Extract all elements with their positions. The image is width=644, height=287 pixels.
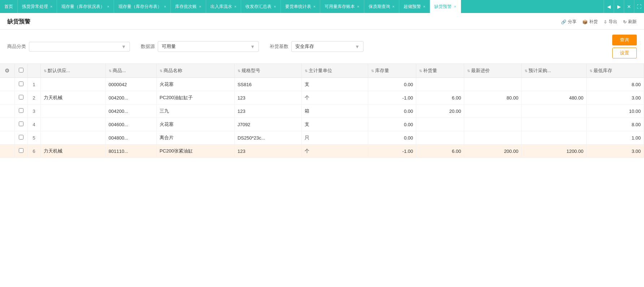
tab-close-可用量库存账本[interactable]: ×: [357, 4, 359, 9]
col-stock[interactable]: ⇅库存量: [368, 64, 416, 78]
table-row[interactable]: 10000042火花塞SS816支0.008.00: [0, 78, 644, 91]
tab-close-出入库流水[interactable]: ×: [234, 4, 236, 9]
datasource-filter-group: 数据源 可用量 ▼: [141, 41, 259, 52]
tab-超储预警[interactable]: 超储预警 ×: [399, 0, 430, 13]
tab-next-button[interactable]: ▶: [614, 0, 624, 13]
row-replenish-qty: 6.00: [416, 91, 464, 105]
tab-出入库流水[interactable]: 出入库流水 ×: [206, 0, 241, 13]
row-replenish-qty: 20.00: [416, 105, 464, 118]
datasource-select-value: 可用量: [162, 43, 176, 50]
tab-库存批次账[interactable]: 库存批次账 ×: [171, 0, 206, 13]
tab-close-all-button[interactable]: ✕: [624, 0, 634, 13]
tab-拣货异常处理[interactable]: 拣货异常处理 ×: [18, 0, 57, 13]
row-replenish-qty: [416, 131, 464, 145]
row-est-purchase: [521, 118, 586, 131]
table-row[interactable]: 5004800...离合片DS250*23c...只0.001.00: [0, 131, 644, 145]
table-row[interactable]: 6力天机械801110...PC200张紧油缸123个-1.006.00200.…: [0, 145, 644, 158]
row-min-stock: 1.00: [587, 131, 644, 145]
row-product-name: PC200油缸缸子: [157, 91, 235, 105]
row-latest-price: [464, 118, 522, 131]
tab-close-保质期查询[interactable]: ×: [392, 4, 395, 9]
category-select[interactable]: ▼: [29, 42, 130, 52]
row-stock: 0.00: [368, 118, 416, 131]
sort-icon-spec: ⇅: [238, 69, 240, 73]
datasource-select[interactable]: 可用量 ▼: [158, 41, 259, 52]
row-unit: 支: [301, 78, 368, 91]
export-button[interactable]: ⇩ 导出: [604, 19, 617, 25]
tab-缺货预警[interactable]: 缺货预警 ×: [430, 0, 461, 13]
tab-close-现存量库存分布表[interactable]: ×: [164, 4, 166, 9]
tab-close-缺货预警[interactable]: ×: [454, 4, 456, 9]
data-table: ⚙ ⇅默认供应... ⇅商品... ⇅商品名称: [0, 64, 644, 158]
replenish-button[interactable]: 📦 补货: [582, 19, 598, 25]
tab-现存量库存分布表[interactable]: 现存量（库存分布表） ×: [114, 0, 171, 13]
row-spec: 123: [234, 91, 301, 105]
tab-close-要货单统计表[interactable]: ×: [313, 4, 316, 9]
row-replenish-qty: [416, 118, 464, 131]
replenish-base-filter-label: 补货基数: [270, 43, 288, 50]
tab-可用量库存账本[interactable]: 可用量库存账本 ×: [320, 0, 364, 13]
col-product-name[interactable]: ⇅商品名称: [157, 64, 235, 78]
row-checkbox[interactable]: [14, 131, 27, 145]
row-product-code: 004200...: [105, 105, 156, 118]
col-est-purchase[interactable]: ⇅预计采购...: [521, 64, 586, 78]
col-latest-price[interactable]: ⇅最新进价: [464, 64, 522, 78]
tab-prev-button[interactable]: ◀: [604, 0, 614, 13]
tab-close-库存批次账[interactable]: ×: [199, 4, 201, 9]
replenish-base-select[interactable]: 安全库存 ▼: [291, 41, 364, 52]
sort-icon-name: ⇅: [160, 69, 162, 73]
col-checkbox[interactable]: [14, 64, 27, 78]
col-min-stock[interactable]: ⇅最低库存: [587, 64, 644, 78]
row-product-name: 三九: [157, 105, 235, 118]
col-default-supplier[interactable]: ⇅默认供应...: [40, 64, 105, 78]
query-button[interactable]: 查询: [612, 35, 637, 45]
row-stock: -1.00: [368, 145, 416, 158]
table-row[interactable]: 2力天机械004200...PC200油缸缸子123个-1.006.0080.0…: [0, 91, 644, 105]
tab-fullscreen-button[interactable]: ⛶: [634, 0, 644, 13]
tab-现存量库存状况表[interactable]: 现存量（库存状况表） ×: [57, 0, 114, 13]
tab-close-现存量库存状况表[interactable]: ×: [107, 4, 109, 9]
tab-bar: 首页 拣货异常处理 × 现存量（库存状况表） × 现存量（库存分布表） × 库存…: [0, 0, 644, 13]
settings-col-icon[interactable]: ⚙: [5, 67, 9, 74]
table-container: ⚙ ⇅默认供应... ⇅商品... ⇅商品名称: [0, 64, 644, 158]
row-checkbox[interactable]: [14, 145, 27, 158]
table-row[interactable]: 3004200...三九123箱0.0020.0010.00: [0, 105, 644, 118]
select-all-checkbox[interactable]: [19, 68, 23, 72]
tab-首页[interactable]: 首页: [0, 0, 18, 13]
filter-actions: 查询 设置: [612, 35, 637, 58]
category-select-arrow: ▼: [121, 44, 126, 49]
sort-icon-code: ⇅: [109, 69, 112, 73]
row-checkbox[interactable]: [14, 118, 27, 131]
col-replenish-qty[interactable]: ⇅补货量: [416, 64, 464, 78]
row-num: 1: [27, 78, 40, 91]
row-latest-price: 80.00: [464, 91, 522, 105]
row-unit: 个: [301, 145, 368, 158]
row-checkbox[interactable]: [14, 105, 27, 118]
row-unit: 支: [301, 118, 368, 131]
settings-button[interactable]: 设置: [612, 48, 637, 58]
col-product-code[interactable]: ⇅商品...: [105, 64, 156, 78]
row-stock: -1.00: [368, 91, 416, 105]
sort-icon-supplier: ⇅: [44, 69, 47, 73]
tab-收发存汇总表[interactable]: 收发存汇总表 ×: [241, 0, 280, 13]
share-button[interactable]: 🔗 分享: [561, 19, 576, 25]
row-min-stock: 8.00: [587, 78, 644, 91]
tab-close-超储预警[interactable]: ×: [423, 4, 425, 9]
row-est-purchase: 1200.00: [521, 145, 586, 158]
tab-要货单统计表[interactable]: 要货单统计表 ×: [281, 0, 320, 13]
row-checkbox[interactable]: [14, 78, 27, 91]
row-settings: [0, 131, 14, 145]
col-settings[interactable]: ⚙: [0, 64, 14, 78]
refresh-icon: ↻: [623, 19, 627, 25]
row-settings: [0, 105, 14, 118]
col-spec[interactable]: ⇅规格型号: [234, 64, 301, 78]
tab-close-收发存汇总表[interactable]: ×: [274, 4, 276, 9]
row-checkbox[interactable]: [14, 91, 27, 105]
col-unit[interactable]: ⇅主计量单位: [301, 64, 368, 78]
tab-close-拣货异常处理[interactable]: ×: [50, 4, 52, 9]
refresh-button[interactable]: ↻ 刷新: [623, 19, 637, 25]
row-supplier: 力天机械: [40, 91, 105, 105]
row-latest-price: [464, 78, 522, 91]
tab-保质期查询[interactable]: 保质期查询 ×: [364, 0, 399, 13]
table-row[interactable]: 4004600...火花塞J7092支0.008.00: [0, 118, 644, 131]
